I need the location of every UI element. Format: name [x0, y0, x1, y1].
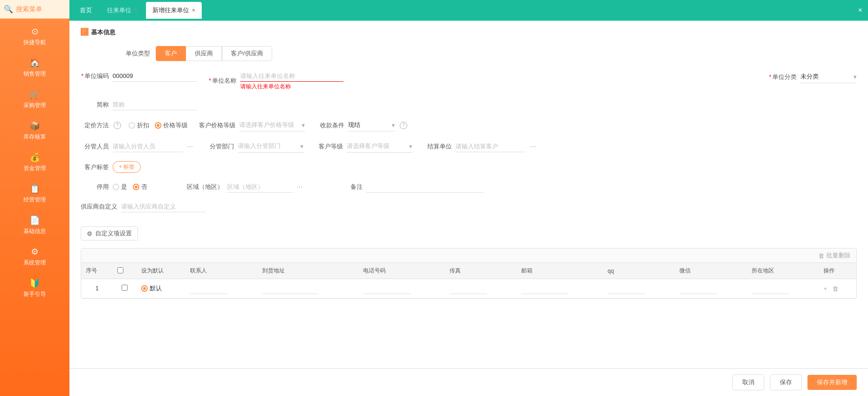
department-placeholder[interactable]: 请输入分管部门 — [238, 140, 304, 153]
row-address — [258, 279, 358, 298]
purchase-icon: 🛒 — [30, 89, 40, 100]
settlement-input[interactable] — [456, 141, 526, 152]
tab-counterpart-close[interactable]: × — [134, 7, 137, 14]
field-customer-tag: 客户标签 + 标签 — [81, 161, 141, 173]
bottom-bar: 取消 保存 保存并新增 — [69, 368, 868, 396]
disable-no-label: 否 — [141, 183, 147, 191]
unit-name-label: 单位名称 — [208, 77, 236, 85]
row-qq — [603, 279, 675, 298]
form-row-1: 单位编码 单位名称 请输入往来单位名称 单位分类 未分类 ▾ — [81, 70, 857, 91]
region-ellipsis[interactable]: ··· — [295, 183, 305, 191]
disable-yes-radio[interactable] — [113, 184, 119, 190]
sidebar-item-inventory[interactable]: 📦 库存核算 — [0, 115, 69, 147]
supplier-custom-input[interactable] — [121, 201, 206, 212]
field-disable: 停用 是 否 — [81, 183, 147, 191]
sidebar-item-basic-info[interactable]: 📄 基础信息 — [0, 210, 69, 241]
col-check — [113, 263, 137, 279]
save-button[interactable]: 保存 — [770, 374, 802, 390]
row-wechat — [675, 279, 746, 298]
col-phone: 电话号码 — [358, 263, 445, 279]
disable-no-radio[interactable] — [133, 184, 139, 190]
customer-price-level-label: 客户价格等级 — [199, 121, 236, 130]
col-wechat: 微信 — [675, 263, 746, 279]
tab-new-counterpart-close[interactable]: × — [192, 7, 195, 14]
disable-no-option[interactable]: 否 — [133, 183, 147, 191]
main-content: 首页 往来单位 × 新增往来单位 × × 🅿 基本信息 单位类型 客户 供应商 … — [69, 0, 868, 396]
row-checkbox — [113, 279, 137, 298]
pricing-grade-option[interactable]: 价格等级 — [155, 121, 188, 130]
sidebar-item-finance[interactable]: 💰 资金管理 — [0, 147, 69, 178]
manager-input[interactable] — [113, 141, 183, 152]
row-select-checkbox[interactable] — [122, 285, 128, 291]
settings-label: 自定义项设置 — [95, 229, 132, 238]
remark-input[interactable] — [366, 181, 484, 193]
payment-terms-help-icon[interactable]: ? — [400, 122, 407, 129]
sidebar-item-purchase[interactable]: 🛒 采购管理 — [0, 84, 69, 115]
unit-name-input[interactable] — [240, 70, 343, 82]
form-row-supplier-custom: 供应商自定义 — [81, 201, 857, 212]
close-all-tabs[interactable]: × — [858, 6, 862, 15]
settlement-ellipsis[interactable]: ··· — [528, 142, 538, 151]
add-row-icon[interactable]: + — [823, 285, 827, 292]
col-email: 邮箱 — [517, 263, 603, 279]
add-tag-button[interactable]: + 标签 — [113, 161, 141, 173]
phone-input[interactable] — [363, 283, 410, 294]
short-name-input[interactable] — [113, 99, 197, 110]
unit-type-both[interactable]: 客户/供应商 — [222, 46, 272, 61]
row-fax — [445, 279, 517, 298]
sidebar-item-quick-nav[interactable]: ⊙ 快捷导航 — [0, 21, 69, 52]
field-short-name: 简称 — [81, 99, 197, 110]
contact-table-section: 🗑 批量删除 序号 设为默认 联系人 到货地址 电话号码 传真 邮箱 qq — [81, 248, 857, 299]
unit-code-input[interactable] — [113, 70, 197, 82]
settings-gear-icon: ⚙ — [87, 230, 92, 237]
region-input[interactable] — [227, 181, 293, 193]
short-name-label: 简称 — [81, 101, 109, 109]
disable-yes-option[interactable]: 是 — [113, 183, 127, 191]
tab-counterpart[interactable]: 往来单位 × — [100, 2, 144, 19]
tab-new-counterpart[interactable]: 新增往来单位 × — [146, 2, 202, 19]
pricing-discount-option[interactable]: 折扣 — [129, 121, 149, 130]
pricing-grade-radio[interactable] — [155, 122, 161, 129]
email-input[interactable] — [521, 283, 568, 294]
region-label: 区域（地区） — [187, 183, 223, 191]
cancel-button[interactable]: 取消 — [732, 374, 764, 390]
custom-settings-button[interactable]: ⚙ 自定义项设置 — [81, 226, 138, 241]
row-default-radio[interactable] — [141, 285, 148, 292]
search-icon: 🔍 — [4, 5, 13, 14]
unit-type-customer[interactable]: 客户 — [156, 46, 186, 61]
payment-terms-value[interactable]: 现结 — [348, 119, 395, 132]
unit-category-value[interactable]: 未分类 — [800, 70, 857, 83]
search-menu-button[interactable]: 🔍 搜索菜单 — [0, 0, 69, 19]
sidebar-item-sales[interactable]: 🏠 销售管理 — [0, 52, 69, 84]
save-new-button[interactable]: 保存并新增 — [807, 375, 857, 390]
pricing-discount-radio[interactable] — [129, 122, 135, 129]
sales-icon: 🏠 — [30, 58, 40, 68]
qq-input[interactable] — [608, 283, 645, 294]
select-all-checkbox[interactable] — [117, 267, 123, 273]
table-header-row: 序号 设为默认 联系人 到货地址 电话号码 传真 邮箱 qq 微信 所在地区 操… — [81, 263, 856, 279]
fax-input[interactable] — [449, 283, 487, 294]
wechat-input[interactable] — [679, 283, 717, 294]
field-pricing-method: 定价方法 ? 折扣 价格等级 — [81, 121, 188, 130]
payment-terms-wrapper: 现结 ▾ — [348, 119, 395, 132]
location-input[interactable] — [752, 283, 789, 294]
field-remark: 备注 — [335, 181, 484, 193]
contact-table: 序号 设为默认 联系人 到货地址 电话号码 传真 邮箱 qq 微信 所在地区 操… — [81, 263, 856, 298]
field-unit-code: 单位编码 — [81, 70, 197, 82]
delete-row-icon[interactable]: 🗑 — [832, 285, 838, 292]
col-actions: 操作 — [819, 263, 856, 279]
sidebar-item-system[interactable]: ⚙ 系统管理 — [0, 241, 69, 272]
col-qq: qq — [603, 263, 675, 279]
contact-input[interactable] — [190, 283, 228, 294]
address-input[interactable] — [262, 283, 319, 294]
sidebar-item-label: 资金管理 — [23, 164, 46, 172]
sidebar-item-guide[interactable]: 🔰 新手引导 — [0, 272, 69, 304]
customer-price-level-placeholder[interactable]: 请选择客户价格等级 — [239, 119, 305, 132]
customer-level-placeholder[interactable]: 请选择客户等级 — [347, 140, 412, 153]
unit-type-supplier[interactable]: 供应商 — [186, 46, 222, 61]
batch-delete-button[interactable]: 🗑 批量删除 — [818, 251, 851, 260]
sidebar-item-operations[interactable]: 📋 经营管理 — [0, 178, 69, 210]
pricing-help-icon[interactable]: ? — [114, 122, 121, 129]
manager-ellipsis[interactable]: ··· — [185, 142, 195, 151]
tab-home[interactable]: 首页 — [73, 2, 99, 19]
